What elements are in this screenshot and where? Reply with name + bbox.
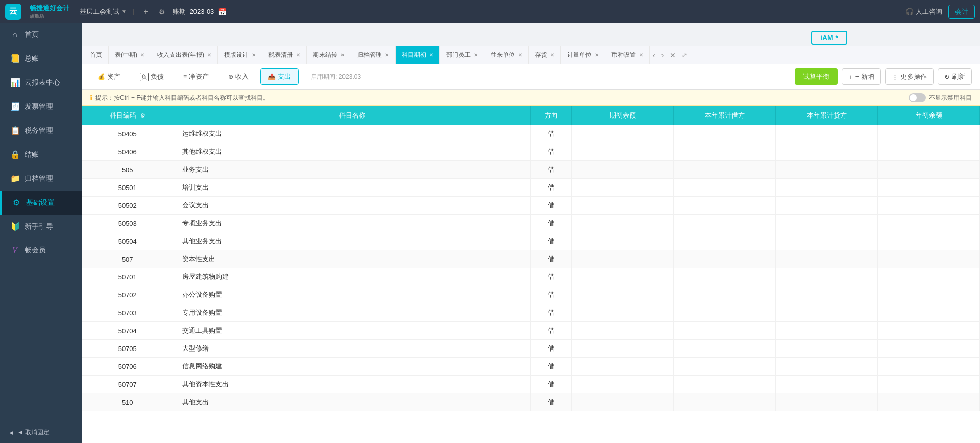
tab-close-unit[interactable]: ✕ [518, 52, 522, 58]
tab-nav-next[interactable]: › [658, 46, 667, 64]
tab-close-period-end[interactable]: ✕ [340, 52, 345, 58]
sidebar-item-settings[interactable]: ⚙ 基础设置 [0, 191, 82, 215]
add-workspace-button[interactable]: + [140, 6, 151, 17]
cell-name: 专项业务支出 [174, 215, 531, 232]
tab-period-end[interactable]: 期末结转 ✕ [307, 46, 351, 64]
tab-unit[interactable]: 往来单位 ✕ [484, 46, 529, 64]
sub-tab-liability[interactable]: 负 负债 [132, 68, 172, 85]
cell-opening[interactable] [572, 143, 674, 161]
sidebar-item-close[interactable]: 🔒 结账 [0, 143, 82, 167]
tab-dept[interactable]: 部门员工 ✕ [440, 46, 484, 64]
table-row[interactable]: 510 其他支出 借 [82, 393, 980, 411]
tab-home[interactable]: 首页 [84, 46, 109, 64]
tab-interim[interactable]: 表(中期) ✕ [109, 46, 151, 64]
add-button[interactable]: + + 新增 [842, 68, 881, 85]
tab-close-subject[interactable]: ✕ [429, 52, 433, 58]
table-row[interactable]: 50503 专项业务支出 借 [82, 215, 980, 232]
cell-ytd-debit [674, 340, 776, 358]
balance-button[interactable]: 试算平衡 [795, 68, 838, 85]
table-row[interactable]: 507 资本性支出 借 [82, 250, 980, 268]
cell-opening[interactable] [572, 340, 674, 358]
sidebar-item-report[interactable]: 📊 云报表中心 [0, 71, 82, 95]
table-row[interactable]: 50704 交通工具购置 借 [82, 322, 980, 340]
tab-close-tax[interactable]: ✕ [296, 52, 300, 58]
cell-opening[interactable] [572, 215, 674, 232]
sidebar-item-tax[interactable]: 📋 税务管理 [0, 119, 82, 143]
cell-opening[interactable] [572, 250, 674, 268]
tab-close-dept[interactable]: ✕ [474, 52, 478, 58]
workspace-chevron-icon: ▼ [121, 9, 127, 14]
toggle-control[interactable] [909, 93, 926, 102]
sub-tab-expense[interactable]: 📤 支出 [260, 68, 299, 85]
sub-tab-asset[interactable]: 💰 资产 [90, 68, 128, 85]
sidebar-item-guide[interactable]: 🔰 新手引导 [0, 215, 82, 239]
cell-opening[interactable] [572, 376, 674, 393]
tab-close-interim[interactable]: ✕ [140, 52, 144, 58]
workspace-selector[interactable]: 基层工会测试 ▼ [80, 7, 127, 16]
sidebar-label-tax: 税务管理 [24, 126, 53, 135]
tab-close-archive[interactable]: ✕ [385, 52, 389, 58]
cell-opening[interactable] [572, 358, 674, 376]
col-header-code: 科目编码 ⚙ [82, 106, 174, 125]
cell-opening[interactable] [572, 125, 674, 143]
table-row[interactable]: 505 业务支出 借 [82, 161, 980, 179]
cell-opening[interactable] [572, 161, 674, 179]
refresh-button[interactable]: ↻ 刷新 [938, 68, 972, 85]
sub-tab-income[interactable]: ⊕ 收入 [220, 68, 256, 85]
sidebar-item-ledger[interactable]: 📒 总账 [0, 46, 82, 71]
cell-opening[interactable] [572, 322, 674, 340]
tab-template[interactable]: 模版设计 ✕ [218, 46, 262, 64]
sidebar-item-home[interactable]: ⌂ 首页 [0, 23, 82, 46]
tab-close-income[interactable]: ✕ [207, 52, 211, 58]
cell-opening[interactable] [572, 197, 674, 215]
sidebar-item-archive[interactable]: 📁 归档管理 [0, 167, 82, 191]
tab-nav-prev[interactable]: ‹ [650, 46, 658, 64]
cell-opening[interactable] [572, 286, 674, 304]
account-button[interactable]: 会计 [948, 5, 975, 19]
tab-close-template[interactable]: ✕ [252, 52, 256, 58]
cell-ytd-debit [674, 179, 776, 197]
cell-opening[interactable] [572, 232, 674, 250]
tab-income[interactable]: 收入支出表(年报) ✕ [151, 46, 218, 64]
cell-opening[interactable] [572, 179, 674, 197]
settings-icon[interactable]: ⚙ [156, 7, 168, 17]
archive-icon: 📁 [10, 174, 19, 183]
tab-close-inventory[interactable]: ✕ [550, 52, 554, 58]
cell-opening[interactable] [572, 304, 674, 322]
sidebar-collapse-button[interactable]: ◄ ◄ 取消固定 [8, 428, 74, 437]
table-row[interactable]: 50707 其他资本性支出 借 [82, 376, 980, 393]
tab-close-measure[interactable]: ✕ [595, 52, 599, 58]
cell-ytd-debit [674, 358, 776, 376]
table-row[interactable]: 50703 专用设备购置 借 [82, 304, 980, 322]
table-row[interactable]: 50701 房屋建筑物购建 借 [82, 268, 980, 286]
table-row[interactable]: 50405 运维维权支出 借 [82, 125, 980, 143]
tab-archive[interactable]: 归档管理 ✕ [351, 46, 396, 64]
toggle-switch[interactable]: 不显示禁用科目 [909, 93, 972, 102]
table-row[interactable]: 50502 会议支出 借 [82, 197, 980, 215]
table-row[interactable]: 50702 办公设备购置 借 [82, 286, 980, 304]
sub-tab-net-asset[interactable]: ≡ 净资产 [176, 68, 216, 85]
tab-subject-period[interactable]: 科目期初 ✕ [396, 46, 440, 64]
tab-close-currency[interactable]: ✕ [639, 52, 643, 58]
tab-tax[interactable]: 税表清册 ✕ [262, 46, 307, 64]
table-row[interactable]: 50501 培训支出 借 [82, 179, 980, 197]
table-row[interactable]: 50504 其他业务支出 借 [82, 232, 980, 250]
table-container[interactable]: 科目编码 ⚙ 科目名称 方向 期初余额 本年累计借方 本年累计贷方 年初余额 5… [82, 106, 980, 443]
table-row[interactable]: 50705 大型修缮 借 [82, 340, 980, 358]
tab-inventory[interactable]: 存货 ✕ [529, 46, 561, 64]
calendar-icon[interactable]: 📅 [218, 8, 227, 16]
sidebar-item-member[interactable]: V 畅会员 [0, 239, 82, 262]
tab-measure[interactable]: 计量单位 ✕ [561, 46, 605, 64]
table-row[interactable]: 50706 信息网络购建 借 [82, 358, 980, 376]
tab-close-all-button[interactable]: ✕ [667, 46, 679, 64]
period-value[interactable]: 2023-03 [190, 8, 214, 15]
more-button[interactable]: ⋮ 更多操作 [885, 68, 934, 85]
tab-expand-button[interactable]: ⤢ [679, 46, 690, 64]
tab-currency[interactable]: 币种设置 ✕ [605, 46, 650, 64]
cell-opening[interactable] [572, 268, 674, 286]
table-row[interactable]: 50406 其他维权支出 借 [82, 143, 980, 161]
gear-icon[interactable]: ⚙ [140, 112, 145, 119]
cell-opening[interactable] [572, 393, 674, 411]
sidebar-item-invoice[interactable]: 🧾 发票管理 [0, 95, 82, 119]
help-button[interactable]: 🎧 人工咨询 [905, 7, 942, 16]
